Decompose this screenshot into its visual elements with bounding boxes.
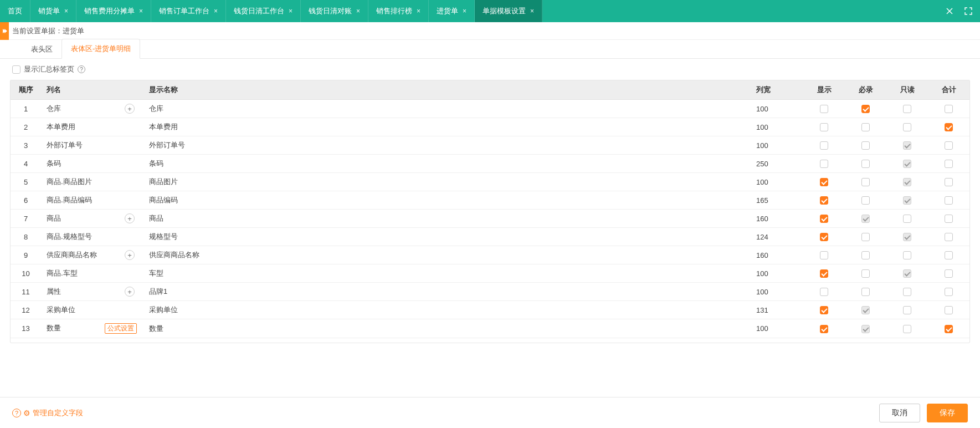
top-tab[interactable]: 钱货日清工作台× bbox=[226, 0, 301, 22]
total-checkbox[interactable] bbox=[945, 215, 953, 223]
total-checkbox[interactable] bbox=[945, 141, 953, 150]
total-checkbox[interactable] bbox=[945, 325, 953, 333]
expand-chevron-icon[interactable] bbox=[0, 22, 9, 40]
required-checkbox[interactable] bbox=[861, 160, 870, 168]
close-icon[interactable]: × bbox=[356, 7, 360, 15]
cell-width[interactable]: 165 bbox=[751, 191, 803, 210]
show-checkbox[interactable] bbox=[820, 123, 828, 131]
cell-display[interactable]: 商品编码 bbox=[143, 191, 751, 210]
inner-tab[interactable]: 表头区 bbox=[22, 40, 61, 59]
total-checkbox[interactable] bbox=[945, 178, 953, 186]
show-checkbox[interactable] bbox=[820, 160, 828, 168]
show-checkbox[interactable] bbox=[820, 105, 828, 113]
show-checkbox[interactable] bbox=[820, 233, 828, 241]
close-icon[interactable]: × bbox=[530, 7, 534, 15]
required-checkbox[interactable] bbox=[861, 178, 870, 186]
table-row[interactable]: 8商品.规格型号规格型号124 bbox=[11, 228, 969, 246]
top-tab[interactable]: 销售排行榜× bbox=[368, 0, 429, 22]
table-row[interactable]: 5商品.商品图片商品图片100 bbox=[11, 173, 969, 191]
total-checkbox[interactable] bbox=[945, 196, 953, 205]
close-icon[interactable]: × bbox=[214, 7, 218, 15]
help-icon[interactable]: ? bbox=[78, 65, 85, 73]
total-checkbox[interactable] bbox=[945, 160, 953, 168]
top-tab[interactable]: 首页 bbox=[0, 0, 30, 22]
cell-display[interactable]: 商品 bbox=[143, 210, 751, 228]
total-checkbox[interactable] bbox=[945, 105, 953, 113]
show-checkbox[interactable] bbox=[820, 215, 828, 223]
add-sub-column-icon[interactable]: + bbox=[125, 213, 135, 223]
total-checkbox[interactable] bbox=[945, 306, 953, 314]
table-row[interactable]: 2本单费用本单费用100 bbox=[11, 118, 969, 136]
total-checkbox[interactable] bbox=[945, 288, 953, 296]
cell-width[interactable]: 100 bbox=[751, 136, 803, 155]
close-icon[interactable]: × bbox=[139, 7, 143, 15]
readonly-checkbox[interactable] bbox=[903, 325, 911, 333]
close-icon[interactable]: × bbox=[463, 7, 466, 15]
required-checkbox[interactable] bbox=[861, 269, 870, 278]
show-checkbox[interactable] bbox=[820, 178, 828, 186]
cell-display[interactable]: 包装数量 bbox=[143, 338, 751, 343]
cell-display[interactable]: 数量 bbox=[143, 319, 751, 338]
fullscreen-icon[interactable] bbox=[960, 3, 977, 19]
add-sub-column-icon[interactable]: + bbox=[125, 104, 135, 114]
show-checkbox[interactable] bbox=[820, 251, 828, 259]
show-checkbox[interactable] bbox=[820, 269, 828, 278]
cell-display[interactable]: 外部订单号 bbox=[143, 136, 751, 155]
cell-width[interactable]: 160 bbox=[751, 246, 803, 264]
cell-display[interactable]: 本单费用 bbox=[143, 118, 751, 136]
total-checkbox[interactable] bbox=[945, 123, 953, 131]
add-sub-column-icon[interactable]: + bbox=[125, 287, 135, 297]
cell-width[interactable]: 100 bbox=[751, 283, 803, 301]
top-tab[interactable]: 销售订单工作台× bbox=[151, 0, 226, 22]
table-row[interactable]: 3外部订单号外部订单号100 bbox=[11, 136, 969, 155]
cell-display[interactable]: 条码 bbox=[143, 155, 751, 173]
readonly-checkbox[interactable] bbox=[903, 288, 911, 296]
required-checkbox[interactable] bbox=[861, 196, 870, 205]
required-checkbox[interactable] bbox=[861, 233, 870, 241]
required-checkbox[interactable] bbox=[861, 141, 870, 150]
cell-width[interactable]: 124 bbox=[751, 228, 803, 246]
close-icon[interactable]: × bbox=[289, 7, 293, 15]
show-checkbox[interactable] bbox=[820, 141, 828, 150]
show-checkbox[interactable] bbox=[820, 196, 828, 205]
cell-display[interactable]: 规格型号 bbox=[143, 228, 751, 246]
required-checkbox[interactable] bbox=[861, 123, 870, 131]
table-row[interactable]: 11属性+品牌1100 bbox=[11, 283, 969, 301]
table-row[interactable]: 13数量公式设置数量100 bbox=[11, 319, 969, 338]
table-row[interactable]: 10商品.车型车型100 bbox=[11, 264, 969, 283]
close-icon[interactable]: × bbox=[417, 7, 420, 15]
cell-width[interactable]: 250 bbox=[751, 155, 803, 173]
top-tab[interactable]: 销货单× bbox=[30, 0, 76, 22]
total-checkbox[interactable] bbox=[945, 251, 953, 259]
cell-width[interactable]: 100 bbox=[751, 264, 803, 283]
table-row[interactable]: 9供应商商品名称+供应商商品名称160 bbox=[11, 246, 969, 264]
show-checkbox[interactable] bbox=[820, 306, 828, 314]
cell-width[interactable]: 100 bbox=[751, 173, 803, 191]
table-row[interactable]: 1仓库+仓库100 bbox=[11, 100, 969, 118]
readonly-checkbox[interactable] bbox=[903, 251, 911, 259]
close-icon[interactable]: × bbox=[64, 7, 68, 15]
cell-width[interactable]: 160 bbox=[751, 210, 803, 228]
cell-width[interactable]: 100 bbox=[751, 338, 803, 343]
cell-display[interactable]: 供应商商品名称 bbox=[143, 246, 751, 264]
required-checkbox[interactable] bbox=[861, 251, 870, 259]
inner-tab[interactable]: 表体区-进货单明细 bbox=[61, 39, 140, 59]
cell-display[interactable]: 品牌1 bbox=[143, 283, 751, 301]
cell-width[interactable]: 131 bbox=[751, 301, 803, 319]
columns-table-scroll[interactable]: 顺序 列名 显示名称 列宽 显示 必录 只读 合计 1仓库+仓库1002本单费用… bbox=[11, 80, 969, 343]
add-sub-column-icon[interactable]: + bbox=[125, 250, 135, 260]
readonly-checkbox[interactable] bbox=[903, 105, 911, 113]
top-tab[interactable]: 单据模板设置× bbox=[475, 0, 542, 22]
close-all-icon[interactable] bbox=[941, 3, 958, 19]
top-tab[interactable]: 销售费用分摊单× bbox=[76, 0, 151, 22]
readonly-checkbox[interactable] bbox=[903, 123, 911, 131]
required-checkbox[interactable] bbox=[861, 105, 870, 113]
show-checkbox[interactable] bbox=[820, 325, 828, 333]
cell-display[interactable]: 采购单位 bbox=[143, 301, 751, 319]
total-checkbox[interactable] bbox=[945, 233, 953, 241]
cell-width[interactable]: 100 bbox=[751, 319, 803, 338]
cell-width[interactable]: 100 bbox=[751, 100, 803, 118]
cell-display[interactable]: 商品图片 bbox=[143, 173, 751, 191]
readonly-checkbox[interactable] bbox=[903, 306, 911, 314]
show-checkbox[interactable] bbox=[820, 288, 828, 296]
